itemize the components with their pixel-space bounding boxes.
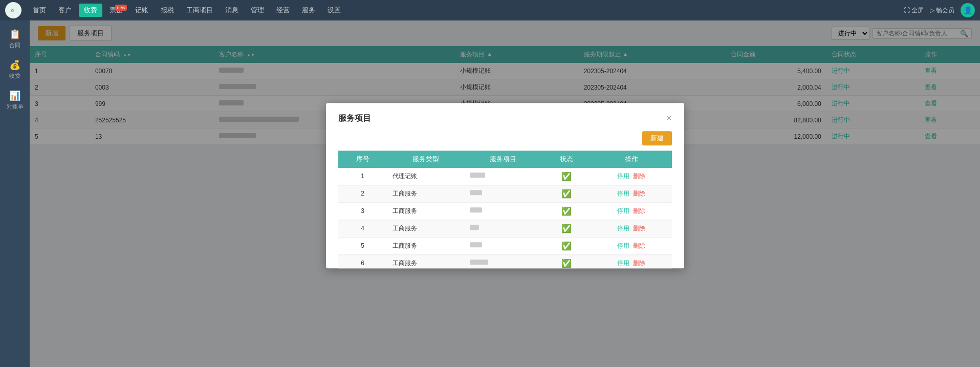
modal-cell-seq: 6 (338, 254, 387, 268)
sidebar-item-contract[interactable]: 📋 合同 (2, 25, 28, 53)
modal-cell-item: ████ (465, 185, 542, 202)
modal-cell-item: ████1 (465, 168, 542, 185)
nav-manage[interactable]: 管理 (246, 4, 269, 17)
nav-tax[interactable]: 报税 (156, 4, 179, 17)
top-nav: ✿ 首页 客户 收费 票据 new 记账 报税 工商项目 消息 管理 经营 服务… (0, 0, 980, 20)
nav-settings[interactable]: 设置 (322, 4, 346, 17)
delete-link[interactable]: 删除 (633, 242, 645, 249)
modal-toolbar: 新建 (338, 131, 672, 145)
stop-link[interactable]: 停用 (617, 190, 629, 197)
modal-cell-seq: 5 (338, 237, 387, 254)
modal-table-row: 5 工商服务 ████ ✅ 停用 删除 (338, 237, 672, 254)
service-item-modal: 服务项目 × 新建 序号 服务类型 服务项目 状态 操作 (326, 103, 684, 268)
modal-cell-type: 工商服务 (387, 237, 465, 254)
svg-text:✿: ✿ (11, 8, 14, 13)
nav-bookkeeping[interactable]: 记账 (130, 4, 154, 17)
stop-link[interactable]: 停用 (617, 225, 629, 232)
fullscreen-icon: ⛶ (904, 7, 910, 14)
modal-table-row: 2 工商服务 ████ ✅ 停用 删除 (338, 185, 672, 202)
delete-link[interactable]: 删除 (633, 190, 645, 197)
modal-cell-item: ████ (465, 237, 542, 254)
status-check-icon: ✅ (561, 242, 572, 250)
delete-link[interactable]: 删除 (633, 225, 645, 232)
stop-link[interactable]: 停用 (617, 242, 629, 249)
modal-new-button[interactable]: 新建 (642, 131, 672, 145)
modal-table-header: 序号 服务类型 服务项目 状态 操作 (338, 150, 672, 168)
sidebar-item-reconcile[interactable]: 📊 对账单 (2, 86, 28, 115)
modal-cell-action: 停用 删除 (591, 254, 672, 268)
delete-link[interactable]: 删除 (633, 260, 645, 267)
modal-cell-item: ████ (465, 202, 542, 220)
modal-table-row: 3 工商服务 ████ ✅ 停用 删除 (338, 202, 672, 220)
contract-icon: 📋 (9, 29, 20, 40)
nav-invoice[interactable]: 票据 new (104, 4, 128, 17)
nav-bizproject[interactable]: 工商项目 (181, 4, 218, 17)
stop-link[interactable]: 停用 (617, 260, 629, 267)
user-avatar[interactable]: 👤 (961, 3, 975, 17)
modal-scroll-area[interactable]: 序号 服务类型 服务项目 状态 操作 1 代理记账 ████1 ✅ 停用 删除 … (338, 150, 672, 268)
nav-customer[interactable]: 客户 (53, 4, 77, 17)
modal-title: 服务项目 (338, 113, 371, 124)
status-check-icon: ✅ (561, 224, 572, 233)
delete-link[interactable]: 删除 (633, 207, 645, 214)
modal-cell-type: 工商服务 (387, 185, 465, 202)
modal-cell-status: ✅ (541, 202, 591, 220)
main-content: 新增 服务项目 进行中 已完成 已取消 🔍 序号 合同编码 ▲▼ (30, 20, 980, 367)
modal-cell-status: ✅ (541, 185, 591, 202)
modal-cell-status: ✅ (541, 237, 591, 254)
vip-btn[interactable]: ▷ 畅会员 (930, 6, 954, 15)
modal-cell-item: ██████ (465, 254, 542, 268)
status-check-icon: ✅ (561, 207, 572, 215)
nav-home[interactable]: 首页 (28, 4, 51, 17)
delete-link[interactable]: 删除 (633, 172, 645, 180)
nav-service[interactable]: 服务 (297, 4, 320, 17)
modal-cell-action: 停用 删除 (591, 237, 672, 254)
reconcile-icon: 📊 (9, 90, 20, 101)
status-check-icon: ✅ (561, 259, 572, 268)
modal-col-action: 操作 (591, 150, 672, 168)
modal-header: 服务项目 × (338, 113, 672, 124)
nav-right-area: ⛶ 全屏 ▷ 畅会员 👤 (904, 3, 975, 17)
modal-cell-action: 停用 删除 (591, 168, 672, 185)
fullscreen-btn[interactable]: ⛶ 全屏 (904, 6, 924, 15)
sidebar-item-fee[interactable]: 💰 收费 (2, 55, 28, 84)
modal-cell-seq: 4 (338, 220, 387, 237)
modal-cell-status: ✅ (541, 168, 591, 185)
service-items-table: 序号 服务类型 服务项目 状态 操作 1 代理记账 ████1 ✅ 停用 删除 … (338, 150, 672, 268)
modal-cell-type: 代理记账 (387, 168, 465, 185)
modal-close-button[interactable]: × (666, 114, 672, 123)
modal-cell-status: ✅ (541, 220, 591, 237)
modal-col-seq: 序号 (338, 150, 387, 168)
modal-table-row: 1 代理记账 ████1 ✅ 停用 删除 (338, 168, 672, 185)
modal-cell-action: 停用 删除 (591, 185, 672, 202)
modal-cell-item: ███ (465, 220, 542, 237)
left-sidebar: 📋 合同 💰 收费 📊 对账单 (0, 20, 30, 367)
vip-icon: ▷ (930, 7, 934, 14)
modal-col-status: 状态 (541, 150, 591, 168)
new-badge: new (115, 5, 127, 11)
modal-cell-status: ✅ (541, 254, 591, 268)
modal-cell-type: 工商服务 (387, 254, 465, 268)
status-check-icon: ✅ (561, 172, 572, 181)
modal-col-type: 服务类型 (387, 150, 465, 168)
modal-cell-seq: 1 (338, 168, 387, 185)
modal-cell-seq: 2 (338, 185, 387, 202)
modal-cell-action: 停用 删除 (591, 202, 672, 220)
modal-cell-type: 工商服务 (387, 202, 465, 220)
modal-cell-action: 停用 删除 (591, 220, 672, 237)
modal-table-row: 6 工商服务 ██████ ✅ 停用 删除 (338, 254, 672, 268)
nav-fee[interactable]: 收费 (79, 4, 102, 17)
modal-cell-seq: 3 (338, 202, 387, 220)
nav-operation[interactable]: 经营 (271, 4, 295, 17)
stop-link[interactable]: 停用 (617, 172, 629, 180)
nav-message[interactable]: 消息 (220, 4, 244, 17)
modal-table-row: 4 工商服务 ███ ✅ 停用 删除 (338, 220, 672, 237)
main-layout: 📋 合同 💰 收费 📊 对账单 新增 服务项目 进行中 已完成 已取消 (0, 20, 980, 367)
stop-link[interactable]: 停用 (617, 207, 629, 214)
app-logo[interactable]: ✿ (5, 2, 21, 18)
modal-cell-type: 工商服务 (387, 220, 465, 237)
modal-col-item: 服务项目 (465, 150, 542, 168)
fee-icon: 💰 (9, 59, 20, 71)
status-check-icon: ✅ (561, 189, 572, 198)
